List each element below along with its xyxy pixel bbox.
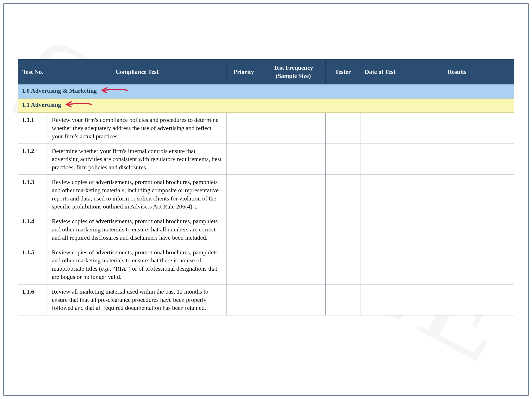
cell-frequency xyxy=(261,284,326,315)
section-minor-cell: 1.1 Advertising xyxy=(18,98,514,113)
cell-date xyxy=(360,175,400,214)
content: Test No. Compliance Test Priority Test F… xyxy=(7,7,525,326)
table-row: 1.1.4Review copies of advertisements, pr… xyxy=(18,214,514,245)
border-inner: SAMPLE Test No. xyxy=(7,7,525,392)
section-minor-label: 1.1 Advertising xyxy=(22,102,61,108)
cell-tester xyxy=(326,214,361,245)
cell-results xyxy=(400,245,514,284)
cell-date xyxy=(360,284,400,315)
cell-priority xyxy=(226,284,261,315)
col-header-priority: Priority xyxy=(226,59,261,84)
cell-date xyxy=(360,245,400,284)
section-major-label: 1.0 Advertising & Marketing xyxy=(22,87,97,94)
section-major-cell: 1.0 Advertising & Marketing xyxy=(18,84,514,98)
cell-tester xyxy=(326,284,361,315)
cell-priority xyxy=(226,245,261,284)
cell-tester xyxy=(326,113,361,143)
cell-test-no: 1.1.4 xyxy=(18,214,48,245)
border-outer: SAMPLE Test No. xyxy=(3,3,529,396)
table-row: 1.1.5Review copies of advertisements, pr… xyxy=(18,245,514,284)
annotation-arrow-icon xyxy=(98,87,128,96)
table-row: 1.1.6Review all marketing material used … xyxy=(18,284,514,315)
cell-compliance-test: Review copies of advertisements, promoti… xyxy=(48,175,226,214)
section-row-major: 1.0 Advertising & Marketing xyxy=(18,84,514,98)
cell-frequency xyxy=(261,113,326,143)
page: SAMPLE Test No. xyxy=(0,0,532,399)
compliance-table: Test No. Compliance Test Priority Test F… xyxy=(18,59,514,315)
cell-test-no: 1.1.5 xyxy=(18,245,48,284)
cell-results xyxy=(400,284,514,315)
cell-test-no: 1.1.1 xyxy=(18,113,48,143)
cell-compliance-test: Review copies of advertisements, promoti… xyxy=(48,214,226,245)
cell-priority xyxy=(226,214,261,245)
cell-date xyxy=(360,214,400,245)
cell-priority xyxy=(226,175,261,214)
cell-frequency xyxy=(261,175,326,214)
cell-frequency xyxy=(261,144,326,175)
cell-test-no: 1.1.3 xyxy=(18,175,48,214)
cell-results xyxy=(400,113,514,143)
col-header-date: Date of Test xyxy=(360,59,400,84)
cell-date xyxy=(360,113,400,143)
cell-results xyxy=(400,175,514,214)
cell-date xyxy=(360,144,400,175)
cell-frequency xyxy=(261,214,326,245)
cell-compliance-test: Determine whether your firm's internal c… xyxy=(48,144,226,175)
col-header-results: Results xyxy=(400,59,514,84)
annotation-arrow-icon xyxy=(63,101,93,110)
cell-priority xyxy=(226,144,261,175)
col-header-test: Compliance Test xyxy=(48,59,226,84)
cell-tester xyxy=(326,144,361,175)
cell-results xyxy=(400,214,514,245)
table-row: 1.1.3Review copies of advertisements, pr… xyxy=(18,175,514,214)
cell-frequency xyxy=(261,245,326,284)
cell-compliance-test: Review copies of advertisements, promoti… xyxy=(48,245,226,284)
cell-results xyxy=(400,144,514,175)
cell-tester xyxy=(326,245,361,284)
cell-priority xyxy=(226,113,261,143)
table-row: 1.1.1Review your firm's compliance polic… xyxy=(18,113,514,143)
cell-compliance-test: Review your firm's compliance policies a… xyxy=(48,113,226,143)
cell-tester xyxy=(326,175,361,214)
table-row: 1.1.2Determine whether your firm's inter… xyxy=(18,144,514,175)
col-header-test-no: Test No. xyxy=(18,59,48,84)
table-header: Test No. Compliance Test Priority Test F… xyxy=(18,59,514,84)
table-body: 1.0 Advertising & Marketing xyxy=(18,84,514,315)
cell-test-no: 1.1.2 xyxy=(18,144,48,175)
table-header-row: Test No. Compliance Test Priority Test F… xyxy=(18,59,514,84)
cell-test-no: 1.1.6 xyxy=(18,284,48,315)
col-header-frequency: Test Frequency (Sample Size) xyxy=(261,59,326,84)
cell-compliance-test: Review all marketing material used withi… xyxy=(48,284,226,315)
col-header-tester: Tester xyxy=(326,59,361,84)
section-row-minor: 1.1 Advertising xyxy=(18,98,514,113)
